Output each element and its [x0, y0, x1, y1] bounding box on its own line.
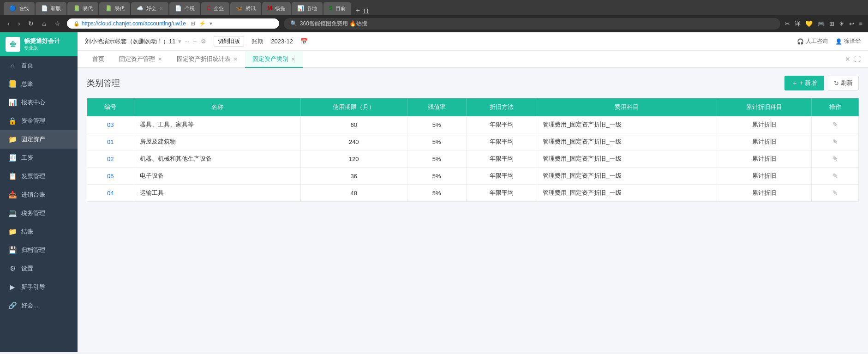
main-content: 刘小艳演示帐套（勿删勿动！）11 ▾ ··· ＋ ⚙ 切到旧版 账期 2023-… — [78, 32, 868, 352]
tab-qiye[interactable]: C 企业 — [201, 2, 229, 15]
sidebar-item-haohui[interactable]: 🔗 好会... — [0, 296, 78, 315]
help-btn[interactable]: 🎧 人工咨询 — [797, 37, 828, 45]
game-icon[interactable]: 🎮 — [817, 20, 825, 27]
tab-xinban[interactable]: 📄 新版 — [36, 2, 66, 15]
sidebar-label-payroll: 工资 — [21, 154, 33, 162]
sidebar-item-tax[interactable]: 💻 税务管理 — [0, 204, 78, 222]
star-btn[interactable]: ☆ — [53, 18, 62, 29]
maximize-window-icon[interactable]: ⛶ — [854, 55, 861, 63]
table-row: 02 机器、机械和其他生产设备 120 5% 年限平均 管理费用_固定资产折旧_… — [87, 150, 859, 168]
more-icon[interactable]: ··· — [184, 38, 189, 45]
table-row: 05 电子设备 36 5% 年限平均 管理费用_固定资产折旧_一级 累计折旧 ✎ — [87, 168, 859, 185]
sidebar-label-home: 首页 — [21, 61, 33, 70]
home-btn[interactable]: ⌂ — [40, 18, 48, 29]
tab-homepage[interactable]: 首页 — [85, 51, 112, 68]
sidebar-item-settings[interactable]: ⚙ 设置 — [0, 259, 78, 278]
close-window-icon[interactable]: ✕ — [845, 55, 850, 63]
dropdown-arrow[interactable]: ▾ — [178, 38, 181, 45]
refresh-btn[interactable]: ↻ — [26, 18, 36, 29]
search-bar[interactable]: 🔍 360智能抠图免费用 🔥热搜 — [284, 18, 781, 30]
tab-yidai2[interactable]: 📗 易代 — [99, 2, 130, 15]
sidebar-item-general-ledger[interactable]: 📒 总账 — [0, 75, 78, 93]
sidebar-label-general-ledger: 总账 — [21, 80, 33, 88]
col-action: 操作 — [812, 98, 859, 116]
translate-icon[interactable]: 译 — [795, 19, 801, 28]
dropdown-icon[interactable]: ▾ — [210, 20, 212, 27]
tab-depreciation-report[interactable]: 固定资产折旧统计表 ✕ — [169, 51, 245, 68]
sidebar-item-closing[interactable]: 📁 结账 — [0, 222, 78, 241]
help-label: 人工咨询 — [806, 37, 828, 45]
undo-icon[interactable]: ↩ — [849, 20, 854, 27]
tab-gedi[interactable]: 📊 各地 — [292, 2, 323, 15]
gear-icon[interactable]: ⚙ — [201, 38, 206, 45]
tab-asset-category[interactable]: 固定资产类别 ✕ — [245, 51, 303, 68]
new-tab-btn[interactable]: + — [356, 6, 360, 15]
tab-muqian[interactable]: S 目前 — [323, 2, 351, 15]
tab-count[interactable]: 11 — [363, 8, 369, 15]
tab-changte[interactable]: M 畅提 — [262, 2, 291, 15]
tab-zaixin[interactable]: 🔵 在线 — [4, 2, 35, 15]
back-btn[interactable]: ‹ — [6, 18, 12, 29]
switch-version-btn[interactable]: 切到旧版 — [214, 36, 244, 47]
home-icon: ⌂ — [8, 62, 17, 70]
tab-haohui[interactable]: ☁️ 好会 ✕ — [131, 2, 168, 15]
top-bar: 刘小艳演示帐套（勿删勿动！）11 ▾ ··· ＋ ⚙ 切到旧版 账期 2023-… — [78, 32, 868, 51]
sidebar-item-fixed-assets[interactable]: 📁 固定资产 — [0, 130, 78, 149]
tab-close-icon[interactable]: ✕ — [159, 6, 163, 11]
ssl-icon: 🔒 — [73, 21, 80, 27]
user-company: 刘小艳演示帐套（勿删勿动！）11 — [85, 37, 175, 46]
cell-action-3: ✎ — [812, 168, 859, 185]
app-wrapper: 会 畅捷通好会计 专业版 ⌂ 首页 📒 总账 📊 报表中心 🔒 资金管理 📁 固… — [0, 32, 868, 352]
plus-icon[interactable]: ＋ — [192, 37, 198, 46]
tab-yidai1[interactable]: 📗 易代 — [67, 2, 98, 15]
tab-fixed-assets-mgmt[interactable]: 固定资产管理 ✕ — [112, 51, 169, 68]
cell-name-0: 器具、工具、家具等 — [134, 116, 300, 133]
edit-icon-0[interactable]: ✎ — [832, 121, 838, 128]
sidebar-label-guide: 新手引导 — [21, 283, 45, 291]
sidebar-label-tax: 税务管理 — [21, 209, 45, 217]
calendar-icon[interactable]: 📅 — [300, 38, 308, 45]
sidebar-item-invoice[interactable]: 📋 发票管理 — [0, 167, 78, 186]
site-info-icon[interactable]: ⊞ — [191, 20, 195, 27]
lightning-icon[interactable]: ⚡ — [199, 20, 206, 27]
sidebar-item-report-center[interactable]: 📊 报表中心 — [0, 93, 78, 112]
cell-name-4: 运输工具 — [134, 185, 300, 202]
edit-icon-1[interactable]: ✎ — [832, 138, 838, 145]
sun-icon[interactable]: ☀ — [839, 20, 844, 27]
tab-label-homepage: 首页 — [92, 55, 104, 63]
add-btn[interactable]: ＋ + 新增 — [784, 76, 824, 90]
tab-close-depreciation-report[interactable]: ✕ — [233, 56, 238, 62]
edit-icon-4[interactable]: ✎ — [832, 189, 838, 197]
tab-close-asset-category[interactable]: ✕ — [291, 56, 295, 62]
maximize-icons: ✕ ⛶ — [845, 55, 861, 63]
tab-geshui[interactable]: 📄 个税 — [169, 2, 200, 15]
menu-icon[interactable]: ≡ — [859, 20, 862, 27]
edit-icon-2[interactable]: ✎ — [832, 155, 838, 162]
logo-icon: 会 — [6, 37, 20, 52]
sidebar-item-archive[interactable]: 💾 归档管理 — [0, 241, 78, 259]
grid-icon[interactable]: ⊞ — [829, 20, 834, 27]
sidebar-item-purchase-sales[interactable]: 📥 进销台账 — [0, 186, 78, 204]
sidebar-item-payroll[interactable]: 🧾 工资 — [0, 149, 78, 167]
sidebar-item-home[interactable]: ⌂ 首页 — [0, 56, 78, 75]
refresh-table-btn[interactable]: ↻ 刷新 — [828, 76, 859, 90]
sidebar-item-fund-management[interactable]: 🔒 资金管理 — [0, 112, 78, 130]
sidebar-label-fund-management: 资金管理 — [21, 117, 45, 125]
address-input[interactable]: 🔒 https://cloud.chanjet.com/accounting/u… — [67, 18, 279, 29]
cell-name-1: 房屋及建筑物 — [134, 133, 300, 150]
logo-title: 畅捷通好会计 — [24, 37, 60, 45]
tab-tengxun[interactable]: 🦋 腾讯 — [230, 2, 261, 15]
ledger-icon: 📒 — [8, 80, 17, 88]
user-avatar-block[interactable]: 👤 徐泽华 — [835, 37, 861, 45]
col-name: 名称 — [134, 98, 300, 116]
tab-label-fixed-assets-mgmt: 固定资产管理 — [119, 55, 155, 63]
sidebar-item-guide[interactable]: ▶ 新手引导 — [0, 278, 78, 296]
tab-close-fixed-assets-mgmt[interactable]: ✕ — [158, 56, 162, 62]
forward-btn[interactable]: › — [16, 18, 22, 29]
edit-icon-3[interactable]: ✎ — [832, 172, 838, 180]
scissors-icon[interactable]: ✂ — [785, 20, 790, 27]
wallet-icon[interactable]: 💛 — [805, 20, 813, 27]
table-row: 04 运输工具 48 5% 年限平均 管理费用_固定资产折旧_一级 累计折旧 ✎ — [87, 185, 859, 202]
toolbar-icons: ✂ 译 💛 🎮 ⊞ ☀ ↩ ≡ — [785, 19, 862, 28]
logo-subtitle: 专业版 — [24, 45, 60, 51]
